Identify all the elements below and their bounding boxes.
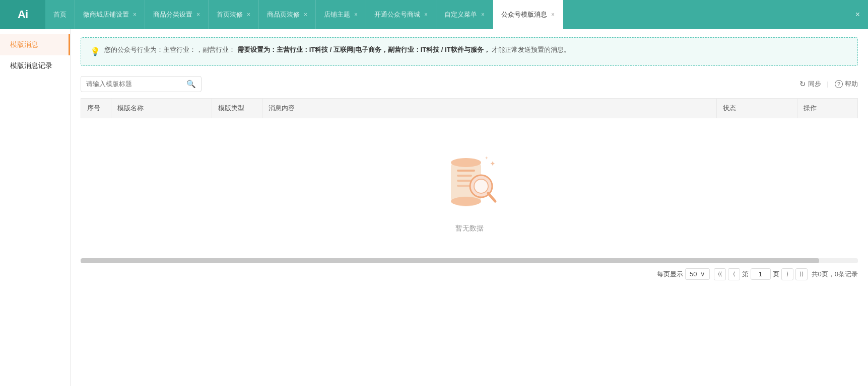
tab-close-micro-shop[interactable]: × [133, 12, 137, 18]
tab-close-home-decor[interactable]: × [247, 12, 250, 18]
tab-product-decor[interactable]: 商品页装修 × [259, 0, 316, 29]
page-size-select: 每页显示 50 ∨ [657, 268, 709, 280]
help-button[interactable]: ? 帮助 [835, 80, 858, 89]
first-page-icon: ⟨⟨ [718, 271, 722, 277]
prev-page-icon: ⟨ [733, 271, 735, 277]
help-icon: ? [835, 80, 843, 88]
last-page-button[interactable]: ⟩⟩ [795, 268, 808, 280]
tab-micro-shop[interactable]: 微商城店铺设置 × [75, 0, 145, 29]
page-total: 共0页，0条记录 [812, 270, 858, 279]
page-prefix: 第 [742, 270, 749, 279]
svg-text:✦: ✦ [485, 156, 489, 161]
sidebar-item-template-message[interactable]: 模版消息 [0, 34, 70, 55]
svg-rect-5 [457, 175, 472, 177]
svg-point-2 [451, 158, 481, 167]
empty-text: 暂无数据 [455, 224, 484, 233]
next-page-button[interactable]: ⟩ [781, 268, 793, 280]
notice-highlight: 需要设置为：主营行业：IT科技 / 互联网|电子商务，副营行业：IT科技 / I… [237, 46, 490, 53]
sync-icon: ↻ [799, 80, 806, 89]
pagination-row: 每页显示 50 ∨ ⟨⟨ ⟨ 第 页 ⟩ [81, 268, 858, 280]
svg-text:✦: ✦ [490, 160, 496, 168]
first-page-button[interactable]: ⟨⟨ [714, 268, 726, 280]
col-header-status: 状态 [717, 98, 797, 118]
per-page-label: 每页显示 [657, 270, 683, 279]
col-header-name: 模版名称 [111, 98, 212, 118]
empty-illustration: ✦ ✦ [437, 148, 502, 214]
tab-home-decor[interactable]: 首页装修 × [209, 0, 259, 29]
svg-point-3 [451, 197, 481, 206]
tab-close-template-msg[interactable]: × [551, 12, 555, 18]
per-page-value: 50 [690, 270, 697, 278]
svg-point-9 [474, 179, 488, 193]
global-close-button[interactable]: × [847, 0, 868, 29]
svg-rect-4 [457, 170, 475, 172]
col-header-type: 模版类型 [212, 98, 262, 118]
chevron-down-icon: ∨ [700, 270, 705, 278]
last-page-icon: ⟩⟩ [799, 271, 804, 277]
empty-state-cell: ✦ ✦ 暂无数据 [81, 118, 858, 253]
tab-bar: Ai 首页 微商城店铺设置 × 商品分类设置 × 首页装修 × 商品页装修 × … [0, 0, 868, 29]
search-button[interactable]: 🔍 [181, 76, 201, 92]
toolbar-right: ↻ 同步 | ? 帮助 [799, 80, 858, 89]
sync-button[interactable]: ↻ 同步 [799, 80, 821, 89]
main-layout: 模版消息 模版消息记录 💡 您的公众号行业为：主营行业：，副营行业： 需要设置为… [0, 29, 868, 386]
page-suffix: 页 [773, 270, 779, 279]
search-icon: 🔍 [186, 80, 196, 88]
tab-close-shop-theme[interactable]: × [354, 12, 358, 18]
search-row: 🔍 ↻ 同步 | ? 帮助 [81, 76, 858, 92]
scrollbar-thumb[interactable] [81, 258, 819, 263]
prev-page-button[interactable]: ⟨ [728, 268, 740, 280]
empty-state: ✦ ✦ 暂无数据 [81, 118, 858, 253]
search-input[interactable] [81, 77, 181, 91]
next-page-icon: ⟩ [786, 271, 788, 277]
svg-line-10 [488, 193, 495, 201]
tab-close-custom-menu[interactable]: × [481, 12, 485, 18]
sidebar: 模版消息 模版消息记录 [0, 29, 71, 386]
toolbar-divider: | [827, 80, 829, 88]
logo: Ai [0, 0, 45, 29]
page-size-box[interactable]: 50 ∨ [685, 268, 709, 280]
data-table: 序号 模版名称 模版类型 消息内容 状态 操作 [81, 98, 858, 253]
tab-home[interactable]: 首页 [45, 0, 75, 29]
col-header-action: 操作 [797, 98, 858, 118]
tab-shop-theme[interactable]: 店铺主题 × [316, 0, 366, 29]
tab-close-product-cat[interactable]: × [196, 12, 200, 18]
col-header-seq: 序号 [81, 98, 111, 118]
notice-icon: 💡 [90, 45, 100, 58]
tab-template-msg[interactable]: 公众号模版消息 × [493, 0, 563, 29]
tab-close-open-mall[interactable]: × [424, 12, 428, 18]
current-page-input[interactable] [751, 268, 771, 280]
tab-custom-menu[interactable]: 自定义菜单 × [436, 0, 493, 29]
horizontal-scrollbar[interactable] [81, 258, 858, 263]
notice-banner: 💡 您的公众号行业为：主营行业：，副营行业： 需要设置为：主营行业：IT科技 /… [81, 37, 858, 66]
tab-product-cat[interactable]: 商品分类设置 × [145, 0, 209, 29]
tab-close-product-decor[interactable]: × [304, 12, 307, 18]
svg-rect-7 [457, 185, 471, 187]
tab-open-mall[interactable]: 开通公众号商城 × [366, 0, 436, 29]
page-nav: ⟨⟨ ⟨ 第 页 ⟩ ⟩⟩ [714, 268, 808, 280]
sidebar-item-template-message-log[interactable]: 模版消息记录 [0, 55, 70, 76]
content-area: 💡 您的公众号行业为：主营行业：，副营行业： 需要设置为：主营行业：IT科技 /… [71, 29, 868, 386]
search-box: 🔍 [81, 76, 202, 92]
col-header-content: 消息内容 [262, 98, 717, 118]
